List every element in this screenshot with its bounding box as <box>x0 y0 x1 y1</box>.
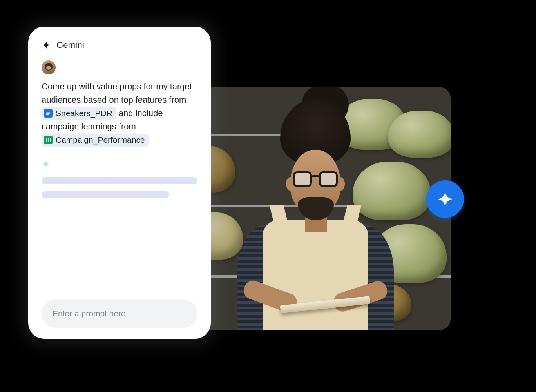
chip-label: Campaign_Performance <box>56 134 145 145</box>
loading-bar <box>42 177 197 184</box>
gemini-badge <box>426 180 464 218</box>
google-docs-icon <box>44 109 53 118</box>
panel-header: Gemini <box>42 40 197 50</box>
spark-icon <box>436 190 454 208</box>
prompt-segment: Come up with value props for my target a… <box>42 82 192 105</box>
svg-rect-2 <box>46 114 49 115</box>
spark-icon <box>42 40 51 50</box>
user-avatar <box>42 60 56 74</box>
svg-rect-1 <box>46 113 50 114</box>
loading-bar <box>42 191 169 198</box>
prompt-input[interactable] <box>53 309 187 318</box>
file-chip-docs[interactable]: Sneakers_PDR <box>42 107 116 120</box>
prompt-input-container[interactable] <box>42 299 197 328</box>
gemini-panel: Gemini Come up with value props for my t… <box>28 27 211 339</box>
file-chip-sheets[interactable]: Campaign_Performance <box>42 134 149 146</box>
app-title: Gemini <box>56 40 84 50</box>
stage: Gemini Come up with value props for my t… <box>0 0 536 392</box>
google-sheets-icon <box>44 136 53 144</box>
spark-icon <box>42 160 50 169</box>
chip-label: Sneakers_PDR <box>56 108 112 119</box>
user-prompt: Come up with value props for my target a… <box>42 80 197 147</box>
svg-rect-0 <box>46 112 50 113</box>
response-loading <box>42 160 197 205</box>
